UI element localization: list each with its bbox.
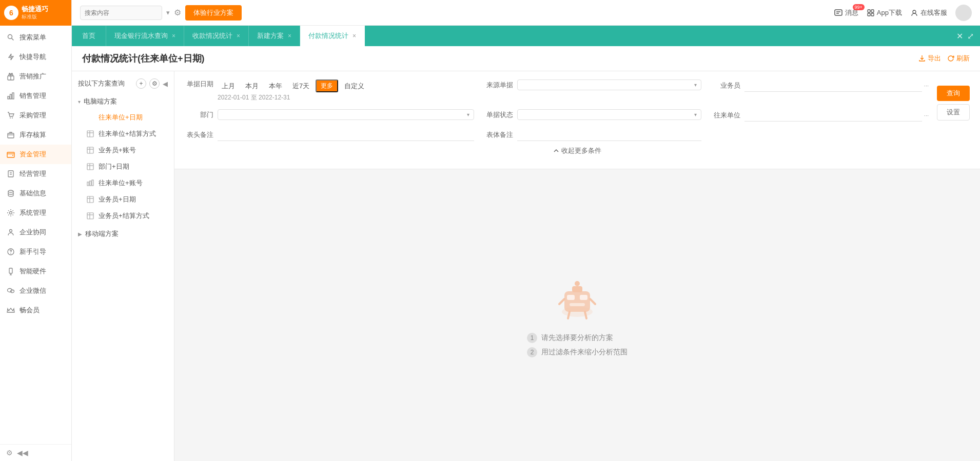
sidebar-item-basic-info[interactable]: 基础信息 bbox=[0, 184, 71, 203]
app-download-btn[interactable]: App下载 bbox=[867, 8, 902, 17]
date-last-7-btn[interactable]: 近7天 bbox=[288, 81, 313, 92]
table-body-input[interactable] bbox=[517, 129, 701, 141]
page-header-actions: 导出 刷新 bbox=[918, 54, 970, 63]
scheme-settings-btn[interactable]: ⚙ bbox=[149, 78, 160, 89]
svg-point-16 bbox=[8, 190, 13, 192]
table-header-input[interactable] bbox=[218, 129, 474, 141]
topbar-gear-icon[interactable]: ⚙ bbox=[174, 8, 181, 17]
sidebar-item-wechat[interactable]: 企业微信 bbox=[0, 281, 71, 300]
box-icon bbox=[6, 130, 15, 139]
tab-new-scheme[interactable]: 新建方案 × bbox=[249, 26, 300, 46]
table-header-control bbox=[218, 129, 474, 141]
refresh-btn[interactable]: 刷新 bbox=[947, 54, 970, 63]
chart-icon bbox=[6, 91, 15, 101]
tab-home[interactable]: 首页 bbox=[72, 26, 106, 46]
online-service-btn[interactable]: 在线客服 bbox=[910, 8, 947, 17]
user-avatar[interactable] bbox=[955, 5, 972, 21]
sidebar-item-hardware[interactable]: 智能硬件 bbox=[0, 262, 71, 281]
mobile-scheme-group[interactable]: ▶ 移动端方案 bbox=[72, 226, 174, 242]
pc-scheme-group-label: 电脑端方案 bbox=[84, 97, 117, 106]
date-last-month-btn[interactable]: 上月 bbox=[218, 81, 239, 92]
maximize-btn[interactable]: ⤢ bbox=[967, 31, 974, 41]
scheme-item-unit-date[interactable]: 往来单位+日期 bbox=[72, 109, 174, 126]
add-scheme-btn[interactable]: + bbox=[136, 78, 146, 89]
sidebar-item-operations[interactable]: 经营管理 bbox=[0, 164, 71, 184]
close-all-tabs-btn[interactable]: ✕ bbox=[956, 31, 963, 41]
staff-input[interactable] bbox=[744, 79, 922, 92]
doc-status-label: 单据状态 bbox=[484, 110, 513, 119]
collapse-sidebar-btn[interactable]: ◀◀ bbox=[17, 449, 28, 457]
source-control[interactable]: ▾ bbox=[517, 79, 701, 90]
empty-tips: 1 请先选择要分析的方案 2 用过滤条件来缩小分析范围 bbox=[527, 333, 628, 357]
wechat-icon bbox=[6, 286, 15, 295]
filter-row-3: 表头备注 表体备注 bbox=[185, 129, 929, 141]
svg-rect-44 bbox=[87, 196, 93, 203]
dept-control[interactable]: ▾ bbox=[218, 109, 474, 120]
tab-bank-flow-close[interactable]: × bbox=[172, 32, 175, 39]
staff-label: 业务员 bbox=[712, 81, 740, 90]
messages-badge: 99+ bbox=[853, 4, 865, 10]
database-icon bbox=[6, 189, 15, 198]
scheme-item-unit-settlement[interactable]: 往来单位+结算方式 bbox=[72, 126, 174, 142]
tab-bank-flow[interactable]: 现金银行流水查询 × bbox=[106, 26, 184, 46]
svg-rect-35 bbox=[87, 147, 93, 153]
scheme-item-staff-account[interactable]: 业务员+账号 bbox=[72, 142, 174, 158]
tab-receipt-stats-close[interactable]: × bbox=[237, 32, 240, 39]
staff-control: ··· bbox=[744, 79, 929, 92]
sidebar-item-guide[interactable]: 新手引导 bbox=[0, 242, 71, 262]
date-this-year-btn[interactable]: 本年 bbox=[265, 81, 286, 92]
messages-btn[interactable]: 消息 99+ bbox=[834, 8, 858, 17]
search-input[interactable] bbox=[80, 6, 162, 20]
svg-rect-10 bbox=[8, 133, 14, 138]
related-unit-input[interactable] bbox=[744, 109, 922, 122]
sidebar-item-system[interactable]: 系统管理 bbox=[0, 203, 71, 223]
industry-btn[interactable]: 体验行业方案 bbox=[185, 5, 242, 21]
app-name-group: 畅捷通巧 标准版 bbox=[22, 5, 48, 21]
staff-more-icon[interactable]: ··· bbox=[924, 83, 929, 89]
sidebar-item-membership[interactable]: 畅会员 bbox=[0, 300, 71, 320]
scheme-item-staff-settlement[interactable]: 业务员+结算方式 bbox=[72, 208, 174, 224]
chevron-down-icon: ▾ bbox=[78, 99, 81, 105]
sidebar-label-finance: 资金管理 bbox=[19, 150, 46, 159]
sidebar-label-quick-nav: 快捷导航 bbox=[19, 52, 46, 62]
sidebar-item-quick-nav[interactable]: 快捷导航 bbox=[0, 47, 71, 67]
export-btn[interactable]: 导出 bbox=[918, 54, 941, 63]
sidebar-item-purchase[interactable]: 采购管理 bbox=[0, 106, 71, 125]
date-custom-btn[interactable]: 自定义 bbox=[340, 81, 368, 92]
scheme-item-dept-date[interactable]: 部门+日期 bbox=[72, 158, 174, 175]
tab-payment-stats-close[interactable]: × bbox=[352, 32, 356, 39]
svg-point-17 bbox=[10, 212, 12, 214]
empty-tip-2: 2 用过滤条件来缩小分析范围 bbox=[527, 347, 628, 357]
date-this-month-btn[interactable]: 本月 bbox=[241, 81, 263, 92]
sidebar-item-sales[interactable]: 销售管理 bbox=[0, 86, 71, 106]
doc-status-control[interactable]: ▾ bbox=[517, 109, 701, 120]
sidebar-item-finance[interactable]: 资金管理 bbox=[0, 145, 71, 164]
scheme-item-unit-account[interactable]: 往来单位+账号 bbox=[72, 175, 174, 191]
service-label: 在线客服 bbox=[920, 8, 947, 17]
chevron-down-icon[interactable]: ▾ bbox=[166, 9, 170, 16]
tab-receipt-stats[interactable]: 收款情况统计 × bbox=[184, 26, 249, 46]
sidebar-item-marketing[interactable]: 营销推广 bbox=[0, 67, 71, 86]
scheme-item-staff-date[interactable]: 业务员+日期 bbox=[72, 191, 174, 208]
pc-scheme-group-header[interactable]: ▾ 电脑端方案 bbox=[72, 94, 174, 109]
date-more-btn[interactable]: 更多 bbox=[316, 79, 338, 92]
result-area: 1 请先选择要分析的方案 2 用过滤条件来缩小分析范围 bbox=[174, 169, 980, 461]
sidebar-item-search-menu[interactable]: 搜索菜单 bbox=[0, 28, 71, 47]
table-icon-1 bbox=[86, 130, 94, 138]
related-unit-more-icon[interactable]: ··· bbox=[924, 112, 929, 118]
scheme-collapse-btn[interactable]: ◀ bbox=[163, 80, 168, 88]
tab-payment-stats[interactable]: 付款情况统计 × bbox=[300, 26, 365, 46]
sidebar-item-enterprise[interactable]: 企业协同 bbox=[0, 223, 71, 242]
sidebar-label-sales: 销售管理 bbox=[19, 91, 46, 101]
collapse-conditions-btn[interactable]: 收起更多条件 bbox=[553, 146, 601, 155]
filter-settings-btn[interactable]: 设置 bbox=[937, 104, 970, 121]
query-btn[interactable]: 查询 bbox=[937, 86, 970, 101]
scheme-item-unit-date-label: 往来单位+日期 bbox=[99, 113, 143, 122]
settings-footer-btn[interactable]: ⚙ bbox=[6, 449, 13, 457]
sidebar-item-inventory[interactable]: 库存核算 bbox=[0, 125, 71, 145]
tab-new-scheme-close[interactable]: × bbox=[288, 32, 291, 39]
sidebar-footer: ⚙ ◀◀ bbox=[0, 444, 71, 461]
filter-fields: 单据日期 上月 本月 本年 近7天 更多 bbox=[185, 79, 929, 141]
sidebar-label-basic-info: 基础信息 bbox=[19, 189, 46, 198]
topbar-left: ▾ ⚙ 体验行业方案 bbox=[80, 5, 242, 21]
